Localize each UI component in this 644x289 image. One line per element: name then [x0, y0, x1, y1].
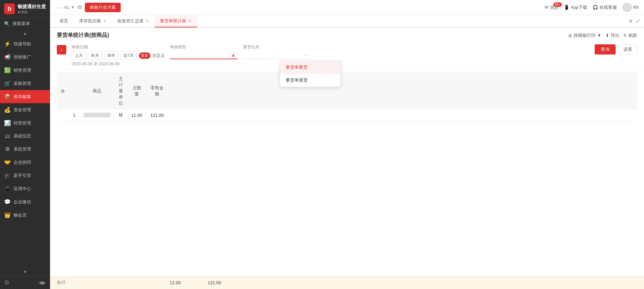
doc-type-dropdown: 要货单要货 要货单退货: [280, 61, 341, 87]
message-button[interactable]: ✉ 消息 99+: [545, 4, 558, 10]
tab-inventory-batch[interactable]: 库存批次账 ✕: [74, 15, 112, 27]
service-icon: 🎧: [593, 5, 598, 10]
doc-type-input-wrapper[interactable]: ▲: [170, 51, 238, 59]
col-quantity: 主数量: [127, 73, 146, 109]
sidebar-item-vip[interactable]: 👑 畅会员: [0, 208, 50, 222]
inventory-icon: 📦: [4, 93, 11, 100]
tabbar: 首页 库存批次账 ✕ 收发存汇总表 ✕ 要货单统计表 ✕ ✕ ⤢: [50, 15, 644, 28]
app-download-button[interactable]: 📱 App下载: [564, 4, 587, 10]
service-label: 在线客服: [599, 4, 617, 10]
user-name: Rit: [633, 5, 639, 10]
app-brand-text: 畅捷通好生意 标准版: [18, 3, 46, 14]
warehouse-more-icon[interactable]: ···: [305, 52, 309, 58]
warehouse-input[interactable]: [245, 52, 305, 58]
user-avatar-area[interactable]: Rit: [622, 3, 639, 12]
topbar-left: —— 41 ▼ ⚙ 体验行业方案: [55, 3, 541, 12]
topbar-right: ✉ 消息 99+ 📱 App下载 🎧 在线客服 Rit: [545, 3, 639, 12]
doc-type-chevron-icon[interactable]: ▲: [231, 52, 236, 58]
sidebar-item-system[interactable]: ⚙ 系统管理: [0, 142, 50, 156]
filter-warehouse-group: 要货仓库 ···: [243, 44, 311, 59]
row-amount-cell: 121.00: [146, 109, 168, 121]
sales-icon: 💹: [4, 67, 11, 73]
tab-close-requisition-stats[interactable]: ✕: [188, 19, 192, 23]
print-template-button[interactable]: 🖨 按模板打印 ▼: [568, 32, 601, 39]
row-settings-cell: [57, 109, 69, 121]
tab-expand-icon[interactable]: ⤢: [636, 18, 640, 24]
tabbar-actions: ✕ ⤢: [628, 18, 640, 24]
topbar: —— 41 ▼ ⚙ 体验行业方案 ✉ 消息 99+ 📱 App下载 🎧 在线客服: [50, 0, 644, 15]
sidebar-item-purchase[interactable]: 🛒 采购管理: [0, 77, 50, 90]
doc-type-input[interactable]: [172, 52, 231, 58]
date-more-badge[interactable]: 更多: [139, 52, 150, 59]
dropdown-item-requisition-return[interactable]: 要货单退货: [280, 74, 340, 87]
settings-button[interactable]: 设置: [618, 44, 637, 54]
sidebar-item-enterprise[interactable]: 🤝 企业协同: [0, 156, 50, 169]
promo-button[interactable]: 体验行业方案: [85, 3, 121, 12]
message-badge: 99+: [553, 2, 562, 7]
query-button[interactable]: 查询: [595, 44, 616, 54]
operations-icon: 📊: [4, 120, 11, 126]
tab-close-all-icon[interactable]: ✕: [628, 18, 633, 24]
col-goods: 商品: [79, 73, 115, 109]
sidebar-item-base-info[interactable]: 🗂 基础信息: [0, 130, 50, 142]
tab-close-shipment-summary[interactable]: ✕: [146, 19, 149, 23]
sidebar-scroll-up[interactable]: ▲: [0, 29, 50, 37]
filter-date-group: 单据日期 上月 本月 本年 近7天 更多 自定义 2023-05-06 至 20…: [72, 44, 165, 67]
guide-icon: 🎓: [4, 172, 11, 179]
custom-date-button[interactable]: 自定义: [152, 53, 165, 59]
sidebar-item-inventory[interactable]: 📦 库存核算: [0, 90, 50, 103]
sidebar-scroll-down[interactable]: ▼: [0, 268, 50, 276]
sidebar-footer-settings-icon[interactable]: ⚙: [4, 279, 9, 286]
filter-bar: › 单据日期 上月 本月 本年 近7天 更多 自定义 2023-05-06 至 …: [50, 42, 644, 70]
sidebar-logo: b 畅捷通好生意 标准版: [0, 0, 50, 18]
sidebar-item-marketing[interactable]: 📢 营销推广: [0, 50, 50, 64]
filter-expand-button[interactable]: ›: [57, 45, 66, 54]
export-button[interactable]: ⬆ 导出: [605, 32, 619, 39]
message-icon: ✉: [545, 5, 548, 10]
dropdown-item-requisition-order[interactable]: 要货单要货: [280, 61, 340, 74]
refresh-button[interactable]: ↻ 刷新: [623, 32, 637, 39]
col-amount: 零售金额: [146, 73, 168, 109]
base-info-icon: 🗂: [4, 133, 11, 139]
store-select[interactable]: —— 41 ▼: [55, 5, 75, 10]
topbar-gear-icon[interactable]: ⚙: [77, 4, 82, 10]
total-row: 合计 11.00 121.00: [50, 276, 644, 289]
last-7-days-button[interactable]: 近7天: [120, 51, 137, 60]
tab-requisition-stats[interactable]: 要货单统计表 ✕: [154, 15, 197, 27]
this-year-button[interactable]: 本年: [104, 51, 118, 60]
sidebar-item-quick-nav[interactable]: ⚡ 快捷导航: [0, 37, 50, 50]
tab-shipment-summary[interactable]: 收发存汇总表 ✕: [112, 15, 154, 27]
app-center-icon: 📱: [4, 185, 11, 192]
warehouse-input-wrapper[interactable]: ···: [243, 51, 311, 59]
col-settings[interactable]: ⚙: [57, 73, 69, 109]
data-table: ⚙ 商品 主计量单位 主数量 零售金额 1: [57, 73, 637, 121]
sidebar-item-app-center[interactable]: 📱 应用中心: [0, 182, 50, 195]
print-chevron-icon: ▼: [597, 33, 601, 38]
prev-month-button[interactable]: 上月: [72, 51, 86, 60]
sidebar-footer: ⚙ ◀▶: [0, 276, 50, 289]
finance-icon: 💰: [4, 107, 11, 113]
quick-nav-icon: ⚡: [4, 41, 11, 47]
tab-home[interactable]: 首页: [54, 15, 74, 27]
sidebar-item-finance[interactable]: 💰 资金管理: [0, 103, 50, 116]
sidebar-search-label: 搜索菜单: [13, 21, 30, 27]
total-quantity: 11.00: [170, 280, 181, 285]
sidebar-item-operations[interactable]: 📊 经营管理: [0, 116, 50, 130]
page-body: 要货单统计表(按商品) 🖨 按模板打印 ▼ ⬆ 导出 ↻ 刷新: [50, 28, 644, 289]
row-unit-cell: 块: [115, 109, 127, 121]
date-label: 单据日期: [72, 44, 165, 50]
sidebar-item-enterprise-wx[interactable]: 💬 企业微信: [0, 195, 50, 208]
purchase-icon: 🛒: [4, 80, 11, 87]
sidebar-search[interactable]: 🔍 搜索菜单: [0, 18, 50, 29]
sidebar-item-guide[interactable]: 🎓 新手引导: [0, 169, 50, 182]
this-month-button[interactable]: 本月: [88, 51, 102, 60]
sidebar-item-sales[interactable]: 💹 销售管理: [0, 64, 50, 77]
doc-type-label: 单据类型: [170, 44, 238, 50]
table-settings-icon[interactable]: ⚙: [61, 89, 65, 94]
online-service-button[interactable]: 🎧 在线客服: [593, 4, 617, 10]
sidebar-collapse-icon[interactable]: ◀▶: [39, 280, 46, 285]
page-title: 要货单统计表(按商品): [57, 32, 109, 39]
date-buttons-row: 上月 本月 本年 近7天 更多 自定义: [72, 51, 165, 60]
tab-close-inventory-batch[interactable]: ✕: [103, 19, 106, 23]
chevron-right-icon: ›: [61, 47, 62, 53]
